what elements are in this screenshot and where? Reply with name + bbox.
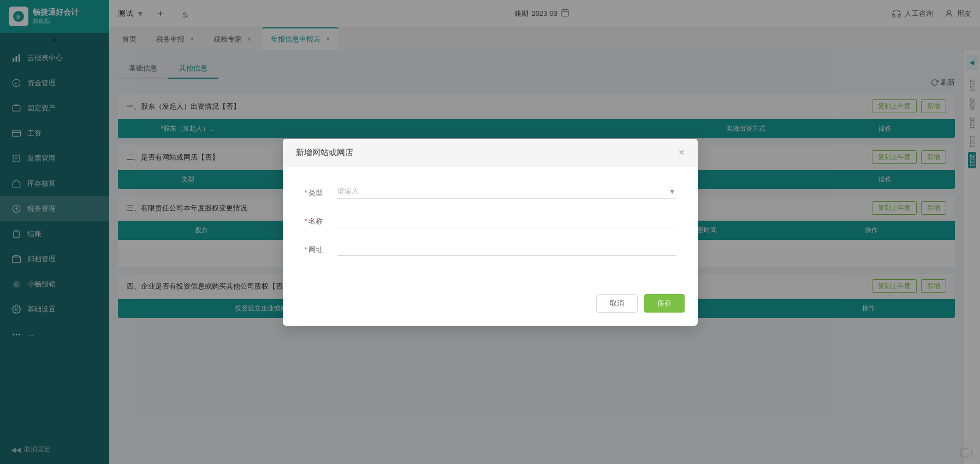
type-field-wrap: ▼ <box>337 184 676 199</box>
type-dropdown-icon[interactable]: ▼ <box>669 187 676 195</box>
modal-body: * 类型 ▼ * 名称 * <box>283 167 698 285</box>
modal-overlay[interactable]: 新增网站或网店 × * 类型 ▼ * 名称 <box>0 0 980 464</box>
add-website-modal: 新增网站或网店 × * 类型 ▼ * 名称 <box>283 139 698 326</box>
form-row-name: * 名称 <box>305 212 676 227</box>
type-input[interactable] <box>337 184 676 199</box>
name-input[interactable] <box>337 212 676 227</box>
form-label-url: * 网址 <box>305 240 337 255</box>
required-marker-url: * <box>305 245 307 254</box>
url-field-wrap <box>337 240 676 256</box>
modal-title: 新增网站或网店 <box>296 148 353 158</box>
required-marker-name: * <box>305 217 307 225</box>
name-field-wrap <box>337 212 676 227</box>
modal-footer: 取消 保存 <box>283 285 698 326</box>
form-row-url: * 网址 <box>305 240 676 256</box>
label-text-type: 类型 <box>308 188 323 198</box>
form-label-name: * 名称 <box>305 212 337 226</box>
form-label-type: * 类型 <box>305 184 337 198</box>
form-row-type: * 类型 ▼ <box>305 184 676 199</box>
label-text-name: 名称 <box>308 216 323 226</box>
modal-header: 新增网站或网店 × <box>283 139 698 167</box>
modal-close-button[interactable]: × <box>679 148 685 157</box>
cancel-button[interactable]: 取消 <box>596 294 638 313</box>
url-input[interactable] <box>337 240 676 256</box>
required-marker-type: * <box>305 189 307 197</box>
label-text-url: 网址 <box>308 245 323 255</box>
save-button[interactable]: 保存 <box>644 294 685 313</box>
